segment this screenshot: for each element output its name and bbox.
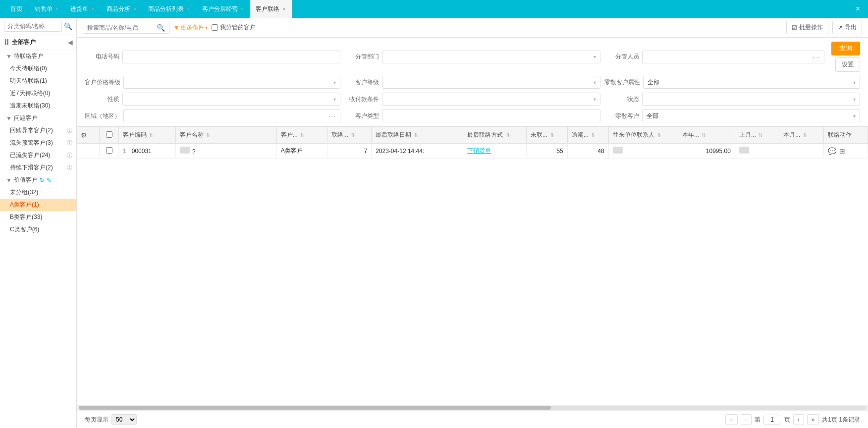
filter-input-scatter-attr[interactable]: 全部 ▾ [643, 76, 860, 89]
close-icon[interactable]: × [282, 6, 285, 12]
sort-icon[interactable]: ⇅ [351, 132, 355, 138]
sidebar-search-container: 🔍 [0, 18, 76, 35]
settings-cog-icon[interactable]: ⚙ [81, 131, 87, 139]
select-all-checkbox[interactable] [106, 131, 112, 138]
nav-tab-customer-contact[interactable]: 客户联络 × [250, 0, 291, 18]
page-size-container: 每页显示 20 50 100 [85, 414, 137, 425]
td-checkbox [100, 144, 118, 159]
scrollbar-thumb[interactable] [79, 406, 551, 410]
refresh-icon[interactable]: ↻ [40, 177, 45, 184]
grid-icon: ⠿ [4, 39, 9, 47]
sidebar-item-class-a[interactable]: A类客户(1) [0, 199, 76, 211]
arrow-icon: ▼ [6, 115, 12, 122]
nav-tab-purchase[interactable]: 进货单 × [64, 0, 100, 18]
filter-row-payment: 收付款条件 ▾ [344, 93, 600, 106]
filter-input-customer-type[interactable] [382, 109, 600, 122]
bottom-bar: 每页显示 20 50 100 « ‹ 第 页 › » 共1页 1条记录 [77, 411, 868, 428]
sort-icon[interactable]: ⇅ [300, 132, 304, 138]
close-icon[interactable]: × [133, 6, 136, 12]
filter-input-dept[interactable]: ▾ [382, 51, 600, 63]
nav-tab-customer-tier[interactable]: 客户分层经营 × [196, 0, 250, 18]
sort-icon[interactable]: ⇅ [759, 132, 762, 138]
sort-icon[interactable]: ⇅ [591, 132, 595, 138]
sidebar-item-unclassified[interactable]: 未分组(32) [0, 186, 76, 199]
row-checkbox[interactable] [106, 147, 112, 154]
filter-input-phone[interactable] [122, 51, 340, 63]
export-button[interactable]: ↗ 导出 [832, 21, 862, 34]
sidebar-search-input[interactable] [4, 21, 62, 32]
close-all-button[interactable]: × [852, 4, 864, 13]
search-icon[interactable]: 🔍 [64, 22, 72, 30]
filter-row-scatter: 零散客户 全部 ▾ [604, 109, 860, 122]
filter-input-price-level[interactable]: ▾ [123, 76, 340, 89]
search-icon[interactable]: 🔍 [157, 24, 165, 32]
close-icon[interactable]: × [91, 6, 94, 12]
filter-label-status: 状态 [604, 95, 639, 104]
sort-icon[interactable]: ⇅ [414, 132, 418, 138]
filter-search-input[interactable] [87, 24, 157, 31]
filter-input-status[interactable]: ▾ [642, 93, 860, 106]
filter-input-payment[interactable]: ▾ [382, 93, 600, 106]
my-customers-checkbox[interactable] [212, 24, 218, 31]
grid-icon[interactable]: ⊞ [839, 147, 845, 155]
td-name: ? [175, 144, 276, 159]
sidebar-item-declining[interactable]: 持续下滑客户(2) ⓘ [0, 161, 76, 174]
sidebar-item-today-pending[interactable]: 今天待联络(0) [0, 62, 76, 75]
sort-icon[interactable]: ⇅ [550, 132, 554, 138]
page-number-input[interactable] [763, 415, 781, 425]
close-icon[interactable]: × [241, 6, 244, 12]
th-name: 客户名称 ⇅ [175, 127, 276, 144]
sort-icon[interactable]: ⇅ [803, 132, 807, 138]
sort-icon[interactable]: ⇅ [506, 132, 510, 138]
nav-tab-product-list[interactable]: 商品分析列表 × [142, 0, 196, 18]
sidebar-all-customers[interactable]: ⠿ 全部客户 ◀ [0, 35, 76, 50]
sidebar-group-problem[interactable]: ▼ 问题客户 [0, 112, 76, 124]
contact-way-link[interactable]: 下销货单 [467, 147, 491, 154]
edit-icon[interactable]: ✎ [47, 177, 52, 184]
sidebar-group-pending[interactable]: ▼ 待联络客户 [0, 50, 76, 62]
filter-input-person[interactable]: ··· [642, 51, 824, 63]
sidebar-item-tomorrow-pending[interactable]: 明天待联络(1) [0, 75, 76, 87]
more-filters-button[interactable]: ▼ 更多条件 ▾ [173, 23, 208, 32]
info-icon: ⓘ [67, 139, 72, 147]
close-icon[interactable]: × [55, 6, 58, 12]
close-icon[interactable]: × [187, 6, 190, 12]
sidebar-item-class-b[interactable]: B类客户(33) [0, 211, 76, 223]
batch-operation-button[interactable]: ☑ 批量操作 [786, 21, 828, 34]
filter-input-region[interactable]: ··· [123, 109, 340, 122]
filter-input-customer-level[interactable]: ▾ [382, 76, 600, 89]
nav-tab-product-analysis[interactable]: 商品分析 × [101, 0, 142, 18]
filter-input-nature[interactable]: ▾ [122, 93, 340, 106]
sort-icon[interactable]: ⇅ [657, 132, 661, 138]
sidebar-item-class-c[interactable]: C类客户(6) [0, 223, 76, 236]
settings-button[interactable]: 设置 [835, 57, 860, 72]
table-header-row: ⚙ 客户编码 ⇅ 客户名称 ⇅ [77, 127, 868, 144]
query-button[interactable]: 查询 [831, 42, 860, 55]
sidebar-item-overdue-contact[interactable]: 逾期未联络(30) [0, 100, 76, 112]
horizontal-scrollbar[interactable] [77, 405, 868, 411]
chat-icon[interactable]: 💬 [828, 147, 836, 155]
sidebar-item-7days-pending[interactable]: 近7天待联络(0) [0, 87, 76, 100]
filter-label-payment: 收付款条件 [344, 95, 379, 104]
scrollbar-track[interactable] [79, 406, 866, 410]
sidebar-item-repurchase-abnormal[interactable]: 回购异常客户(2) ⓘ [0, 124, 76, 137]
td-overdue: 48 [567, 144, 608, 159]
last-page-button[interactable]: » [807, 414, 819, 425]
first-page-button[interactable]: « [725, 414, 738, 425]
sort-icon[interactable]: ⇅ [702, 132, 705, 138]
td-this-year: 10995.00 [678, 144, 735, 159]
page-size-select[interactable]: 20 50 100 [111, 414, 137, 425]
next-page-button[interactable]: › [793, 414, 804, 425]
td-contact-count: 7 [327, 144, 371, 159]
sidebar-item-churn-warning[interactable]: 流失预警客户(3) ⓘ [0, 137, 76, 149]
sidebar-group-value[interactable]: ▼ 价值客户 ↻ ✎ [0, 174, 76, 186]
sort-icon[interactable]: ⇅ [149, 132, 153, 138]
filter-input-scatter[interactable]: 全部 ▾ [642, 109, 860, 122]
sort-icon[interactable]: ⇅ [206, 132, 210, 138]
chevron-down-icon: ▾ [853, 80, 856, 85]
filter-row-status: 状态 ▾ [604, 93, 860, 106]
prev-page-button[interactable]: ‹ [741, 414, 752, 425]
nav-tab-home[interactable]: 首页 [4, 4, 29, 13]
nav-tab-sales[interactable]: 销售单 × [29, 0, 64, 18]
sidebar-item-churned[interactable]: 已流失客户(24) ⓘ [0, 149, 76, 161]
